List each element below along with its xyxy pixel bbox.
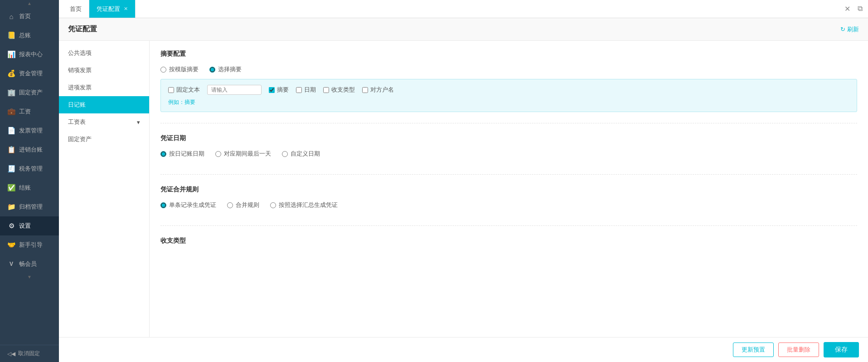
- salary-icon: 💼: [7, 108, 15, 116]
- vip-icon: V: [7, 261, 15, 267]
- settlement-icon: ✅: [7, 184, 15, 192]
- fixed-text-checkbox-label[interactable]: 固定文本: [168, 86, 200, 94]
- merge-rules-radio[interactable]: [227, 202, 233, 208]
- sidebar-item-sales-ledger[interactable]: 📋 进销台账: [0, 140, 59, 159]
- save-button[interactable]: 保存: [824, 342, 859, 357]
- sidebar-item-tax[interactable]: 🧾 税务管理: [0, 159, 59, 178]
- fixed-text-input[interactable]: [207, 85, 262, 95]
- abstract-checkbox[interactable]: [269, 87, 275, 93]
- sidebar-item-settlement[interactable]: ✅ 结账: [0, 178, 59, 197]
- tab-close-icon[interactable]: ✕: [124, 6, 128, 12]
- merge-rules-section: 凭证合并规则 单条记录生成凭证 合并规则 按照选择汇总生成凭证: [160, 186, 857, 226]
- template-abstract-radio[interactable]: [160, 67, 166, 73]
- voucher-date-section: 凭证日期 按日记账日期 对应期间最后一天 自定义日期: [160, 134, 857, 175]
- last-due-date-radio[interactable]: [215, 151, 221, 157]
- sidebar-item-ledger[interactable]: 📒 总账: [0, 26, 59, 45]
- sidebar-unpin-button[interactable]: ◁◀ 取消固定: [0, 345, 59, 362]
- sidebar-scroll-down[interactable]: ▼: [0, 274, 59, 280]
- fixed-text-checkbox[interactable]: [168, 87, 174, 93]
- content-wrapper: 凭证配置 ↻ 刷新 公共选项 销项发票 进项发票 日记账: [59, 18, 868, 362]
- by-journal-date-radio[interactable]: [160, 151, 166, 157]
- window-close-icon[interactable]: ✕: [843, 5, 852, 13]
- window-restore-icon[interactable]: ⧉: [856, 5, 864, 13]
- counterpart-checkbox-label[interactable]: 对方户名: [362, 86, 394, 94]
- left-nav-item-payroll[interactable]: 工资表 ▾: [59, 113, 149, 131]
- single-record-radio[interactable]: [160, 202, 166, 208]
- tab-home[interactable]: 首页: [63, 0, 89, 18]
- sidebar-item-home[interactable]: ⌂ 首页: [0, 7, 59, 26]
- counterpart-checkbox[interactable]: [362, 87, 368, 93]
- template-abstract-option[interactable]: 按模版摘要: [160, 65, 199, 73]
- left-nav-item-journal[interactable]: 日记账: [59, 96, 149, 113]
- abstract-section-title: 摘要配置: [160, 50, 857, 58]
- archive-icon: 📁: [7, 203, 15, 211]
- date-checkbox[interactable]: [296, 87, 302, 93]
- example-text: 例如：摘要: [168, 98, 849, 106]
- refresh-icon: ↻: [840, 26, 845, 33]
- main-area: 首页 凭证配置 ✕ ✕ ⧉ 凭证配置 ↻ 刷新 公共选项: [59, 0, 868, 362]
- sidebar-item-vip[interactable]: V 畅会员: [0, 254, 59, 274]
- merge-rules-option[interactable]: 合并规则: [227, 201, 259, 209]
- type-checkbox[interactable]: [323, 87, 329, 93]
- funds-icon: 💰: [7, 69, 15, 78]
- assets-icon: 🏢: [7, 88, 15, 97]
- sidebar-item-assets[interactable]: 🏢 固定资产: [0, 83, 59, 102]
- select-abstract-radio[interactable]: [209, 67, 215, 73]
- tab-bar: 首页 凭证配置 ✕ ✕ ⧉: [59, 0, 868, 18]
- type-checkbox-label[interactable]: 收支类型: [323, 86, 355, 94]
- abstract-radio-group: 按模版摘要 选择摘要: [160, 65, 857, 73]
- tab-voucher-config[interactable]: 凭证配置 ✕: [89, 0, 136, 18]
- refresh-button[interactable]: ↻ 刷新: [840, 25, 859, 34]
- custom-date-option[interactable]: 自定义日期: [282, 150, 320, 158]
- right-content: 摘要配置 按模版摘要 选择摘要: [150, 41, 868, 337]
- sales-ledger-icon: 📋: [7, 146, 15, 154]
- merge-rules-title: 凭证合并规则: [160, 186, 857, 194]
- sidebar-item-archive[interactable]: 📁 归档管理: [0, 197, 59, 216]
- sidebar-item-settings[interactable]: ⚙ 设置: [0, 216, 59, 235]
- sidebar-item-salary[interactable]: 💼 工资: [0, 102, 59, 121]
- left-nav: 公共选项 销项发票 进项发票 日记账 工资表 ▾ 固定资产: [59, 41, 150, 337]
- sidebar-scroll-up[interactable]: ▲: [0, 0, 59, 7]
- home-icon: ⌂: [7, 13, 15, 20]
- invoice-mgmt-icon: 📄: [7, 127, 15, 135]
- checkbox-row: 固定文本 摘要 日期: [168, 85, 849, 95]
- date-checkbox-label[interactable]: 日期: [296, 86, 316, 94]
- left-nav-item-fixed-assets[interactable]: 固定资产: [59, 131, 149, 148]
- select-merge-radio[interactable]: [270, 202, 276, 208]
- abstract-checkbox-label[interactable]: 摘要: [269, 86, 289, 94]
- abstract-section: 摘要配置 按模版摘要 选择摘要: [160, 50, 857, 123]
- single-record-option[interactable]: 单条记录生成凭证: [160, 201, 216, 209]
- sidebar-item-invoice-mgmt[interactable]: 📄 发票管理: [0, 121, 59, 140]
- guide-icon: 🤝: [7, 241, 15, 249]
- batch-delete-button[interactable]: 批量删除: [778, 342, 819, 357]
- tab-bar-actions: ✕ ⧉: [843, 5, 864, 13]
- update-preview-button[interactable]: 更新预置: [733, 342, 774, 357]
- sidebar-item-funds[interactable]: 💰 资金管理: [0, 64, 59, 83]
- page-title: 凭证配置: [68, 24, 97, 34]
- ledger-icon: 📒: [7, 31, 15, 39]
- voucher-date-title: 凭证日期: [160, 134, 857, 142]
- footer-bar: 更新预置 批量删除 保存: [59, 337, 868, 362]
- voucher-date-radio-group: 按日记账日期 对应期间最后一天 自定义日期: [160, 150, 857, 158]
- left-nav-item-purchase-invoice[interactable]: 进项发票: [59, 79, 149, 96]
- tax-icon: 🧾: [7, 165, 15, 173]
- chevron-down-icon: ▾: [137, 119, 140, 126]
- inner-layout: 公共选项 销项发票 进项发票 日记账 工资表 ▾ 固定资产: [59, 41, 868, 337]
- left-nav-item-public[interactable]: 公共选项: [59, 44, 149, 62]
- income-type-title: 收支类型: [160, 237, 857, 245]
- by-journal-date-option[interactable]: 按日记账日期: [160, 150, 204, 158]
- left-nav-item-sales-invoice[interactable]: 销项发票: [59, 62, 149, 79]
- abstract-options-box: 固定文本 摘要 日期: [160, 79, 857, 112]
- reports-icon: 📊: [7, 50, 15, 59]
- page-header: 凭证配置 ↻ 刷新: [59, 18, 868, 41]
- income-type-section: 收支类型: [160, 237, 857, 263]
- custom-date-radio[interactable]: [282, 151, 288, 157]
- pin-icon: ◁◀: [7, 351, 15, 357]
- sidebar-item-guide[interactable]: 🤝 新手引导: [0, 235, 59, 254]
- select-abstract-option[interactable]: 选择摘要: [209, 65, 242, 73]
- sidebar-item-reports[interactable]: 📊 报表中心: [0, 45, 59, 64]
- sidebar: ▲ ⌂ 首页 📒 总账 📊 报表中心 💰 资金管理 🏢 固定资产 💼 工资 📄 …: [0, 0, 59, 362]
- merge-rules-radio-group: 单条记录生成凭证 合并规则 按照选择汇总生成凭证: [160, 201, 857, 209]
- last-due-date-option[interactable]: 对应期间最后一天: [215, 150, 271, 158]
- select-merge-option[interactable]: 按照选择汇总生成凭证: [270, 201, 338, 209]
